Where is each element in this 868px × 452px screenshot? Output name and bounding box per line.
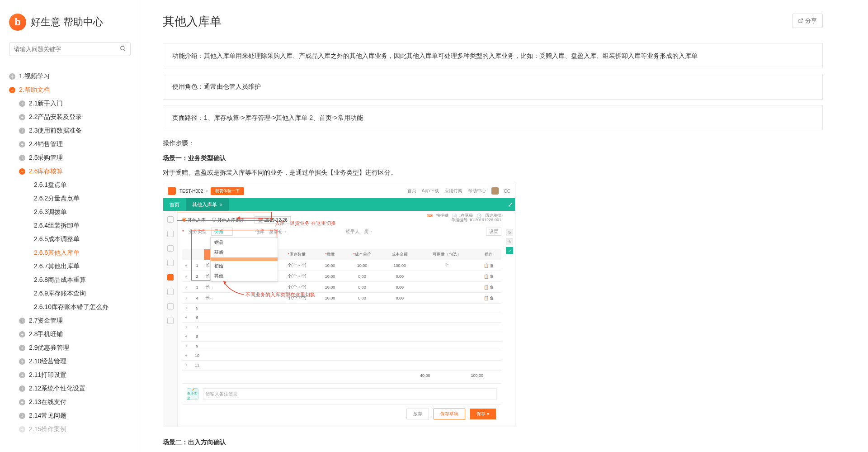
sc-quick-links: ⌨快捷键 📄存草稿 🕒历史单据 bbox=[427, 213, 501, 219]
arrow-icon bbox=[236, 215, 273, 221]
dropdown-item[interactable]: 获赠 bbox=[211, 247, 278, 257]
nav-2-5[interactable]: +2.5采购管理 bbox=[9, 151, 131, 165]
total-qty: 40.00 bbox=[420, 373, 430, 378]
share-button[interactable]: 分享 bbox=[792, 14, 823, 28]
scene1-title: 场景一：业务类型确认 bbox=[163, 154, 823, 162]
total-amount: 100.00 bbox=[471, 373, 483, 378]
nav-2-6-7[interactable]: 2.6.7其他出库单 bbox=[9, 260, 131, 273]
link-shortcut[interactable]: 快捷键 bbox=[436, 213, 448, 219]
nav-2-11[interactable]: +2.11打印设置 bbox=[9, 368, 131, 382]
table-row[interactable]: +8 bbox=[182, 332, 501, 342]
nav-2-3[interactable]: +2.3使用前数据准备 bbox=[9, 124, 131, 138]
nav-2-6-6[interactable]: 2.6.6其他入库单 bbox=[9, 246, 131, 260]
sc-link-help[interactable]: 帮助中心 bbox=[468, 188, 486, 194]
save-draft-button[interactable]: 保存草稿 bbox=[434, 409, 465, 419]
nav-2-6-5[interactable]: 2.6.5成本调整单 bbox=[9, 233, 131, 246]
settings-button[interactable]: 设置 bbox=[486, 228, 501, 236]
plus-icon: + bbox=[19, 331, 25, 338]
discard-button[interactable]: 放弃 bbox=[406, 409, 429, 419]
nav-2-6-10[interactable]: 2.6.10库存账本错了怎么办 bbox=[9, 300, 131, 314]
sc-topbar: TEST-H002 ▾ 我要体验一下 首页 App下载 应用订阅 帮助中心 CC bbox=[163, 184, 515, 198]
tool-icon[interactable]: ✎ bbox=[506, 238, 513, 245]
nav-help-docs[interactable]: −2.帮助文档 bbox=[9, 83, 131, 97]
sc-leftbar bbox=[163, 211, 178, 427]
nav-2-6-3[interactable]: 2.6.3调拨单 bbox=[9, 205, 131, 219]
nav-video-learning[interactable]: +1.视频学习 bbox=[9, 70, 131, 83]
search-box bbox=[9, 42, 131, 56]
nav-2-7[interactable]: +2.7资金管理 bbox=[9, 314, 131, 328]
sc-rightbar: ↻ ✎ ⤢ bbox=[506, 211, 515, 427]
svg-marker-4 bbox=[223, 281, 226, 285]
link-history[interactable]: 历史单据 bbox=[485, 213, 501, 219]
role-box: 使用角色：通常由仓管人员维护 bbox=[163, 74, 823, 99]
sc-experience-button[interactable]: 我要体验一下 bbox=[211, 187, 244, 195]
plus-icon: + bbox=[19, 358, 25, 365]
sc-tab-home[interactable]: 首页 bbox=[163, 198, 186, 211]
search-input[interactable] bbox=[9, 42, 131, 56]
memo-icon[interactable]: 📝备注信息 bbox=[187, 388, 198, 400]
nav-2-6-9[interactable]: 2.6.9库存账本查询 bbox=[9, 287, 131, 300]
nav-2-6-8[interactable]: 2.6.8商品成本重算 bbox=[9, 273, 131, 287]
memo-input[interactable]: 请输入备注信息 bbox=[203, 388, 497, 400]
nav-2-6-1[interactable]: 2.6.1盘点单 bbox=[9, 178, 131, 192]
sc-main-area: 入库、退货业务 在这里切换 其他入库 其他入库退库 📅 2019-12-26 单… bbox=[178, 211, 506, 427]
nav-2-14[interactable]: +2.14常见问题 bbox=[9, 409, 131, 423]
expand-icon[interactable]: ⤢ bbox=[506, 201, 515, 208]
sc-tab-stockin[interactable]: 其他入库单× bbox=[186, 198, 229, 211]
nav-2-13[interactable]: +2.13在线支付 bbox=[9, 395, 131, 409]
sidebar-icon[interactable] bbox=[167, 216, 174, 223]
nav-2-15[interactable]: +2.15操作案例 bbox=[9, 423, 131, 436]
plus-icon: + bbox=[19, 100, 25, 107]
sidebar-icon[interactable] bbox=[167, 231, 174, 237]
plus-icon: + bbox=[19, 155, 25, 161]
table-row[interactable]: +11 bbox=[182, 361, 501, 370]
avatar-icon[interactable] bbox=[491, 187, 499, 195]
page-title: 其他入库单 bbox=[163, 14, 222, 29]
share-icon bbox=[798, 18, 803, 24]
table-row[interactable]: +10 bbox=[182, 351, 501, 361]
annotation-label: 不同业务的入库类型在这里切换 bbox=[245, 291, 315, 298]
nav-2-4[interactable]: +2.4销售管理 bbox=[9, 138, 131, 151]
sidebar-icon-active[interactable] bbox=[167, 274, 174, 281]
close-icon[interactable]: × bbox=[220, 202, 222, 207]
table-row[interactable]: +5 bbox=[182, 304, 501, 313]
dropdown-item[interactable]: 初始 bbox=[211, 261, 278, 271]
sc-link-home[interactable]: 首页 bbox=[407, 188, 416, 194]
search-icon[interactable] bbox=[120, 45, 126, 53]
sc-link-subscribe[interactable]: 应用订阅 bbox=[444, 188, 462, 194]
tool-icon-active[interactable]: ⤢ bbox=[506, 247, 513, 254]
dropdown-item-selected[interactable] bbox=[211, 257, 278, 261]
nav-2-2[interactable]: +2.2产品安装及登录 bbox=[9, 110, 131, 124]
intro-box: 功能介绍：其他入库单用来处理除采购入库、产成品入库之外的其他入库业务，因此其他入… bbox=[163, 43, 823, 68]
dropdown-item[interactable]: 其他 bbox=[211, 271, 278, 281]
annotation-label: 入库、退货业务 在这里切换 bbox=[275, 220, 336, 227]
plus-icon: + bbox=[19, 372, 25, 378]
svg-point-0 bbox=[121, 46, 124, 50]
nav-2-10[interactable]: +2.10经营管理 bbox=[9, 355, 131, 368]
sidebar-icon[interactable] bbox=[167, 260, 174, 266]
table-row[interactable]: +6 bbox=[182, 313, 501, 323]
sidebar-icon[interactable] bbox=[167, 303, 174, 309]
nav-2-8[interactable]: +2.8手机旺铺 bbox=[9, 328, 131, 341]
dropdown-item[interactable]: 赠品 bbox=[211, 238, 278, 247]
table-row[interactable]: +9 bbox=[182, 342, 501, 351]
nav-2-6-4[interactable]: 2.6.4组装拆卸单 bbox=[9, 219, 131, 233]
nav-2-12[interactable]: +2.12系统个性化设置 bbox=[9, 382, 131, 395]
table-row[interactable]: +7 bbox=[182, 323, 501, 332]
site-title: 好生意 帮助中心 bbox=[31, 15, 103, 29]
sc-top-right: 首页 App下载 应用订阅 帮助中心 CC bbox=[407, 187, 510, 195]
arrow-icon bbox=[221, 279, 248, 297]
save-button[interactable]: 保存 ▾ bbox=[470, 409, 496, 419]
sidebar-icon[interactable] bbox=[167, 289, 174, 295]
sidebar-icon[interactable] bbox=[167, 245, 174, 252]
link-draft[interactable]: 存草稿 bbox=[461, 213, 473, 219]
nav-2-9[interactable]: +2.9优惠券管理 bbox=[9, 341, 131, 355]
nav-2-6[interactable]: −2.6库存核算 bbox=[9, 165, 131, 178]
sidebar-icon[interactable] bbox=[167, 318, 174, 324]
nav-2-6-2[interactable]: 2.6.2分量盘点单 bbox=[9, 192, 131, 205]
tool-icon[interactable]: ↻ bbox=[506, 229, 513, 236]
handler-value[interactable]: 吴→ bbox=[364, 228, 373, 235]
sc-link-download[interactable]: App下载 bbox=[422, 188, 439, 194]
sidebar: b 好生意 帮助中心 +1.视频学习 −2.帮助文档 +2.1新手入门 +2.2… bbox=[0, 0, 140, 452]
nav-2-1[interactable]: +2.1新手入门 bbox=[9, 97, 131, 110]
